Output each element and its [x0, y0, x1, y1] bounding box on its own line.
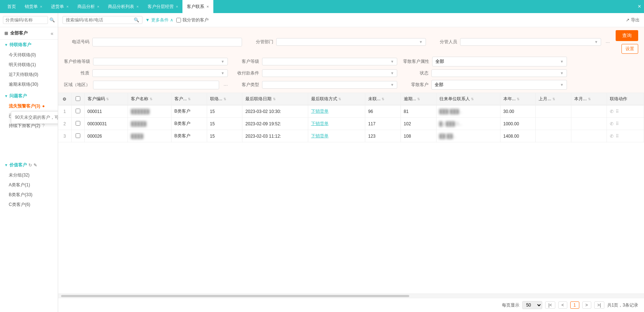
- tab-product-analysis[interactable]: 商品分析 ×: [73, 0, 104, 13]
- page-size-select[interactable]: 50 20 100: [522, 301, 542, 309]
- filter-nature-select[interactable]: ▼: [92, 69, 228, 77]
- col-name-sort-icon[interactable]: ⇅: [150, 97, 153, 101]
- row1-last-way[interactable]: 下销货单: [308, 105, 365, 118]
- filter-manager-more[interactable]: ···: [605, 39, 610, 45]
- col-contact-count[interactable]: 联络... ⇅: [207, 93, 242, 105]
- col-cur-year-sort-icon[interactable]: ⇅: [517, 97, 520, 101]
- col-last-contact-date[interactable]: 最后联络日期 ⇅: [242, 93, 308, 105]
- filter-retail-cust-select[interactable]: 全部 ▼: [431, 80, 567, 90]
- tab-sales[interactable]: 销货单 ×: [20, 0, 47, 13]
- filter-manager-select[interactable]: ▼: [460, 38, 601, 46]
- col-last-date-sort-icon[interactable]: ⇅: [273, 97, 276, 101]
- col-cur-year[interactable]: 本年... ⇅: [500, 93, 536, 105]
- col-overdue-sort-icon[interactable]: ⇅: [417, 97, 420, 101]
- scrollbar-thumb[interactable]: [61, 295, 409, 297]
- settings-icon[interactable]: ⚙: [63, 97, 67, 102]
- col-uncontact-sort-icon[interactable]: ⇅: [382, 97, 385, 101]
- col-contact-count-sort-icon[interactable]: ⇅: [224, 97, 226, 101]
- col-cur-month[interactable]: 本月... ⇅: [571, 93, 607, 105]
- sidebar-group-problem[interactable]: ▼ 问题客户: [0, 91, 58, 101]
- row2-last-way-link[interactable]: 下销货单: [311, 121, 329, 126]
- my-customers-checkbox-wrap[interactable]: 我分管的客户: [176, 17, 209, 23]
- sidebar-item-7days[interactable]: 近7天待联络(0): [0, 70, 58, 80]
- row3-more-icon[interactable]: ⠿: [616, 134, 619, 139]
- sidebar-group-pending[interactable]: ▼ 待联络客户: [0, 40, 58, 50]
- row2-contact-icon[interactable]: ✆: [610, 121, 613, 126]
- filter-region-input[interactable]: [93, 81, 219, 89]
- col-name[interactable]: 客户名称 ⇅: [128, 93, 172, 105]
- col-contacts-sort-icon[interactable]: ⇅: [471, 97, 474, 101]
- row1-check[interactable]: [76, 109, 80, 113]
- tab-customer-contact[interactable]: 客户联系 ×: [182, 0, 213, 13]
- col-type[interactable]: 客户... ⇅: [171, 93, 207, 105]
- col-code-sort-icon[interactable]: ⇅: [106, 97, 109, 101]
- page-last-button[interactable]: >|: [594, 301, 604, 309]
- row2-last-way[interactable]: 下销货单: [308, 118, 365, 130]
- sidebar-item-class-a[interactable]: A类客户(1): [0, 180, 58, 190]
- query-button[interactable]: 查询: [616, 30, 638, 41]
- filter-price-level-select[interactable]: ▼: [93, 58, 228, 65]
- page-prev-button[interactable]: <: [558, 301, 567, 309]
- sidebar-group-value[interactable]: ▼ 价值客户 ↻ ✎: [0, 160, 58, 170]
- tab-customer-tier[interactable]: 客户分层经营 ×: [143, 0, 182, 13]
- my-customers-checkbox[interactable]: [176, 18, 181, 23]
- settings-button[interactable]: 设置: [621, 44, 638, 54]
- tab-purchase-close[interactable]: ×: [66, 4, 68, 9]
- filter-phone-input[interactable]: [92, 38, 242, 46]
- row1-contact-icon[interactable]: ✆: [610, 109, 613, 114]
- col-uncontact-days[interactable]: 未联... ⇅: [365, 93, 401, 105]
- tab-sales-close[interactable]: ×: [40, 4, 42, 9]
- sidebar-item-churn-warning[interactable]: 流失预警客户(3) ●: [0, 101, 58, 111]
- row3-check[interactable]: [76, 133, 80, 138]
- col-last-month[interactable]: 上月... ⇅: [536, 93, 571, 105]
- sidebar-item-today[interactable]: 今天待联络(0): [0, 50, 58, 60]
- col-cur-month-sort-icon[interactable]: ⇅: [588, 97, 591, 101]
- tab-product-list-close[interactable]: ×: [136, 4, 138, 9]
- sidebar-item-overdue[interactable]: 逾期未联络(30): [0, 80, 58, 89]
- filter-status-select[interactable]: ▼: [431, 69, 567, 77]
- tab-purchase[interactable]: 进货单 ×: [47, 0, 73, 13]
- sidebar-search-input[interactable]: [3, 16, 48, 24]
- tab-home[interactable]: 首页: [3, 0, 20, 13]
- col-last-way-sort-icon[interactable]: ⇅: [338, 97, 341, 101]
- sidebar-item-ungrouped[interactable]: 未分组(32): [0, 170, 58, 180]
- tab-customer-tier-close[interactable]: ×: [176, 4, 178, 9]
- filter-cust-type-select[interactable]: ▼: [262, 81, 398, 89]
- page-next-button[interactable]: >: [582, 301, 591, 309]
- sidebar-item-tomorrow[interactable]: 明天待联络(1): [0, 60, 58, 70]
- col-type-sort-icon[interactable]: ⇅: [188, 97, 191, 101]
- filter-retail-attr-select[interactable]: 全部 ▼: [432, 57, 567, 66]
- row2-more-icon[interactable]: ⠿: [616, 121, 619, 126]
- table-select-all-checkbox[interactable]: [76, 96, 80, 101]
- filter-cust-level-select[interactable]: ▼: [262, 58, 398, 65]
- more-filters-button[interactable]: ▼ 更多条件 ∧: [145, 17, 173, 23]
- page-first-button[interactable]: |<: [545, 301, 555, 309]
- search-icon[interactable]: 🔍: [134, 17, 139, 23]
- sidebar-item-class-c[interactable]: C类客户(6): [0, 200, 58, 210]
- col-overdue-days[interactable]: 逾期... ⇅: [401, 93, 436, 105]
- tab-product-list[interactable]: 商品分析列表 ×: [104, 0, 143, 13]
- row3-last-way[interactable]: 下销货单: [308, 130, 365, 142]
- col-contacts[interactable]: 往来单位联系人 ⇅: [436, 93, 500, 105]
- row1-last-way-link[interactable]: 下销货单: [311, 109, 329, 114]
- col-code[interactable]: 客户编码 ⇅: [84, 93, 128, 105]
- sidebar-collapse-icon[interactable]: «: [51, 31, 53, 36]
- window-close-button[interactable]: ×: [638, 3, 641, 10]
- col-last-contact-way[interactable]: 最后联络方式 ⇅: [308, 93, 365, 105]
- horizontal-scrollbar[interactable]: [58, 293, 644, 298]
- filter-payment-select[interactable]: ▼: [262, 69, 398, 77]
- filter-dept-select[interactable]: ▼: [276, 38, 426, 46]
- row3-contact-icon[interactable]: ✆: [610, 134, 613, 139]
- filter-region-more[interactable]: ···: [224, 82, 228, 88]
- col-last-month-sort-icon[interactable]: ⇅: [552, 97, 555, 101]
- row2-check[interactable]: [76, 121, 80, 126]
- col-settings[interactable]: ⚙: [58, 93, 71, 105]
- export-button[interactable]: ↗ 导出: [626, 17, 640, 23]
- row1-more-icon[interactable]: ⠿: [616, 109, 619, 114]
- row3-last-way-link[interactable]: 下销货单: [311, 133, 329, 138]
- sidebar-group-value-refresh[interactable]: ↻: [28, 163, 32, 168]
- sidebar-item-class-b[interactable]: B类客户(33): [0, 190, 58, 200]
- tab-product-analysis-close[interactable]: ×: [97, 4, 99, 9]
- tab-customer-contact-close[interactable]: ×: [206, 4, 209, 9]
- sidebar-search-icon[interactable]: 🔍: [49, 17, 55, 23]
